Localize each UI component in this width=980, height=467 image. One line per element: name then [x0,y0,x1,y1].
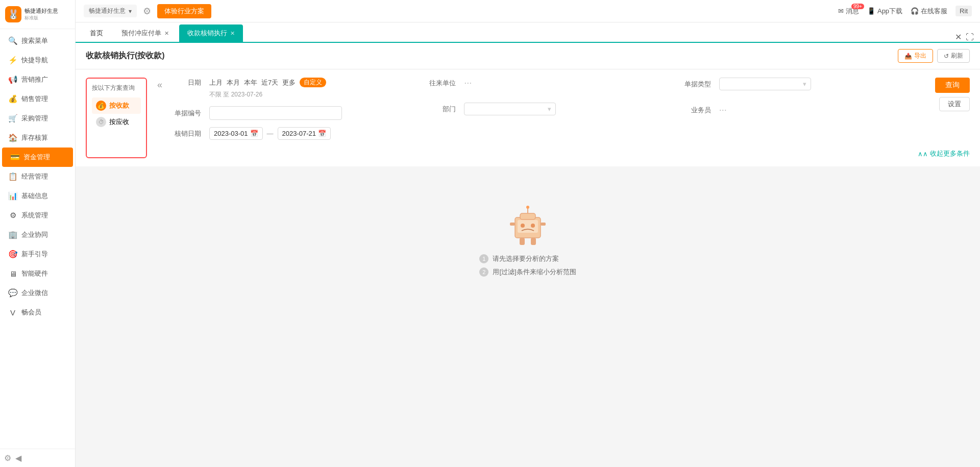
sidebar-item-marketing[interactable]: 📢营销推广 [0,70,75,89]
sidebar-label-guide: 新手引导 [21,250,48,259]
staff-picker[interactable]: ··· [719,105,727,115]
tabbar: 首页 预付冲应付单 ✕ 收款核销执行 ✕ ✕ ⛶ [76,22,980,43]
sidebar-item-search[interactable]: 🔍搜索菜单 [0,31,75,51]
filter-row-dept: 部门 ▾ [425,103,672,115]
marketing-icon: 📢 [8,75,17,84]
verify-date-start-wrap[interactable]: 2023-03-01 📅 [209,127,263,140]
filter-collapse-icon[interactable]: « [157,80,162,90]
dept-label: 部门 [425,105,456,114]
date-7days[interactable]: 近7天 [261,78,278,87]
collapse-up-icon: ∧∧ [918,150,928,158]
sidebar-item-guide[interactable]: 🎯新手引导 [0,244,75,264]
voucher-type-select[interactable]: ▾ [719,78,811,90]
sidebar-item-finance[interactable]: 💳资金管理 [2,148,73,167]
counterpart-picker[interactable]: ··· [464,78,472,88]
tab-home[interactable]: 首页 [82,24,111,42]
chevron-down-dept: ▾ [548,105,551,113]
calendar-icon-end[interactable]: 📅 [318,130,326,137]
expand-icon[interactable]: ⛶ [966,33,974,42]
date-more[interactable]: 更多 [282,78,296,87]
collapse-sidebar-icon[interactable]: ◀ [15,453,21,463]
filter-option-by-receivable[interactable]: ⏱ 按应收 [92,114,141,130]
user-profile[interactable]: Rit [955,6,972,16]
gear-icon[interactable]: ⚙ [143,6,151,17]
counterpart-label: 往来单位 [425,79,456,88]
topbar-brand: 畅捷通好生意 ▾ [84,5,137,17]
svg-rect-10 [531,238,536,245]
filter-row-verify-date: 核销日期 2023-03-01 📅 — 2023-07-21 📅 [170,127,417,140]
sidebar-label-sales: 销售管理 [21,94,48,104]
solution-button[interactable]: 体验行业方案 [157,4,211,18]
verify-date-end-wrap[interactable]: 2023-07-21 📅 [278,127,331,140]
svg-point-3 [531,224,535,228]
empty-tip-text-2: 用[过滤]条件来缩小分析范围 [493,267,576,277]
sidebar: 🐰 畅捷通好生意 标准版 🔍搜索菜单 ⚡快捷导航 📢营销推广 💰销售管理 🛒采购… [0,0,76,467]
message-icon: ✉ [838,7,844,15]
collapse-more[interactable]: ∧∧ 收起更多条件 [170,147,970,158]
empty-tip-row-1: 1 请先选择要分析的方案 [479,254,576,263]
sidebar-item-purchase[interactable]: 🛒采购管理 [0,109,75,128]
svg-rect-9 [520,238,525,245]
tab-home-label: 首页 [90,29,103,38]
tip-num-1: 1 [479,254,488,263]
sidebar-item-hardware[interactable]: 🖥智能硬件 [0,264,75,283]
logo-text-wrap: 畅捷通好生意 标准版 [24,7,58,21]
sidebar-item-wechat[interactable]: 💬企业微信 [0,283,75,303]
filter-row-voucher: 单据编号 [170,106,417,120]
sidebar-label-finance: 资金管理 [23,153,50,162]
empty-tips: 1 请先选择要分析的方案 2 用[过滤]条件来缩小分析范围 [479,254,576,277]
svg-point-2 [521,224,525,228]
operations-icon: 📋 [8,172,17,181]
empty-tip-text-1: 请先选择要分析的方案 [493,254,559,263]
settings-icon[interactable]: ⚙ [4,453,11,463]
date-last-month[interactable]: 上月 [209,78,223,87]
filter-row-date-range: 不限 至 2023-07-26 [170,90,417,99]
sidebar-item-operations[interactable]: 📋经营管理 [0,167,75,186]
online-service-button[interactable]: 🎧 在线客服 [911,7,947,16]
date-custom-tag[interactable]: 自定义 [300,78,326,87]
basic-icon: 📊 [8,191,17,201]
sales-icon: 💰 [8,94,17,104]
purchase-icon: 🛒 [8,114,17,123]
setting-button[interactable]: 设置 [939,97,970,111]
sidebar-item-quicknav[interactable]: ⚡快捷导航 [0,51,75,70]
tab-collection-close[interactable]: ✕ [230,30,235,37]
message-badge: 99+ [851,4,864,9]
finance-icon: 💳 [10,153,19,162]
dept-select[interactable]: ▾ [464,103,556,115]
sidebar-item-member[interactable]: V畅会员 [0,303,75,322]
logo-badge: 标准版 [24,15,58,21]
filter-option-by-receipt[interactable]: 💰 按收款 [92,97,141,114]
sidebar-item-system[interactable]: ⚙系统管理 [0,206,75,225]
date-this-year[interactable]: 本年 [244,78,257,87]
svg-rect-4 [510,223,515,226]
hardware-icon: 🖥 [8,269,17,278]
export-button[interactable]: 📤 导出 [898,49,933,63]
voucher-input[interactable] [209,106,342,120]
sidebar-item-inventory[interactable]: 🏠库存核算 [0,128,75,148]
refresh-button[interactable]: ↺ 刷新 [937,49,970,63]
message-button[interactable]: ✉ 消息 99+ [838,7,859,16]
sidebar-item-sales[interactable]: 💰销售管理 [0,89,75,109]
chevron-down-icon[interactable]: ▾ [129,8,132,15]
date-shortcuts: 上月 本月 本年 近7天 更多 自定义 [209,78,326,87]
export-icon: 📤 [904,53,912,60]
service-icon: 🎧 [911,7,919,15]
main-area: 畅捷通好生意 ▾ ⚙ 体验行业方案 ✉ 消息 99+ 📱 App下载 🎧 在线客… [76,0,980,467]
svg-rect-5 [541,223,546,226]
sidebar-item-basic[interactable]: 📊基础信息 [0,186,75,206]
calendar-icon-start[interactable]: 📅 [250,130,258,137]
topbar: 畅捷通好生意 ▾ ⚙ 体验行业方案 ✉ 消息 99+ 📱 App下载 🎧 在线客… [76,0,980,22]
tabbar-actions: ✕ ⛶ [955,32,974,42]
sidebar-item-corp[interactable]: 🏢企业协同 [0,225,75,244]
sidebar-label-wechat: 企业微信 [21,288,48,298]
app-download-button[interactable]: 📱 App下载 [867,7,902,16]
date-this-month[interactable]: 本月 [227,78,240,87]
tab-prepay-close[interactable]: ✕ [164,30,169,37]
tab-prepay[interactable]: 预付冲应付单 ✕ [113,24,177,42]
query-button[interactable]: 查询 [935,78,970,93]
sidebar-label-search: 搜索菜单 [21,36,48,45]
collapse-label: 收起更多条件 [930,149,970,158]
tab-collection[interactable]: 收款核销执行 ✕ [179,24,243,42]
close-tab-icon[interactable]: ✕ [955,32,962,42]
